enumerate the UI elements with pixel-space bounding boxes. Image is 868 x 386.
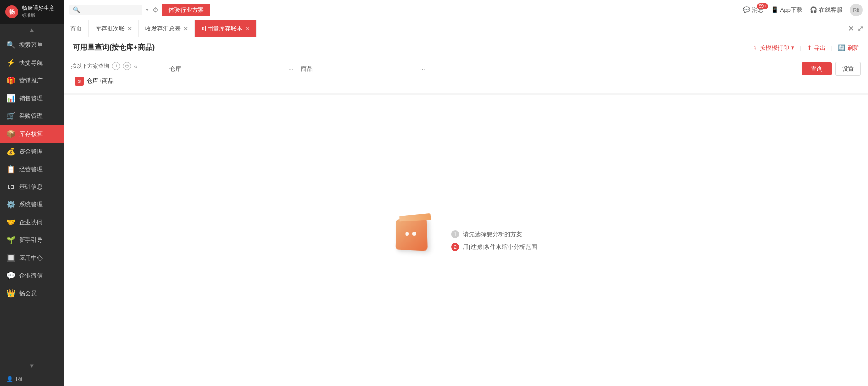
sidebar-item-inventory[interactable]: 📦 库存核算 — [0, 125, 64, 143]
user-avatar[interactable]: Rit — [850, 4, 863, 16]
filter-collapse-icon[interactable]: « — [134, 63, 137, 70]
expand-tab-button[interactable]: ⤢ — [858, 24, 863, 33]
sidebar-item-purchase[interactable]: 🛒 采购管理 — [0, 107, 64, 125]
warehouse-field-label: 仓库 — [169, 65, 181, 73]
goods-more-icon[interactable]: ··· — [420, 66, 425, 72]
print-button[interactable]: 🖨 按模板打印 ▾ — [752, 44, 794, 52]
topbar-dropdown-icon[interactable]: ▾ — [146, 6, 149, 13]
tab-summary-close[interactable]: ✕ — [183, 26, 188, 32]
phone-icon: 📱 — [771, 6, 778, 13]
tab-home[interactable]: 首页 — [64, 20, 89, 37]
brand-text: 畅康通好生意 标准版 — [22, 5, 55, 19]
topbar-search-area[interactable]: 🔍 — [69, 5, 142, 15]
filter-actions: 查询 设置 — [802, 62, 861, 76]
sidebar-item-sales[interactable]: 📊 销售管理 — [0, 89, 64, 107]
print-dropdown-icon[interactable]: ▾ — [791, 44, 794, 51]
sidebar-item-wechat[interactable]: 💬 企业微信 — [0, 267, 64, 284]
tab-available-close[interactable]: ✕ — [245, 26, 250, 32]
topbar-right: 💬 消息 99+ 📱 App下载 🎧 在线客服 Rit — [743, 4, 863, 16]
service-label: 在线客服 — [819, 6, 843, 14]
goods-field-label: 商品 — [301, 65, 313, 73]
export-button[interactable]: ⬆ 导出 — [807, 44, 826, 52]
filter-left-panel: 按以下方案查询 + ⚙ « ⊙ 仓库+商品 — [71, 62, 162, 88]
empty-step-2-text: 用[过滤]条件来缩小分析范围 — [463, 243, 537, 251]
separator1: | — [800, 44, 801, 51]
tab-batch-label: 库存批次账 — [95, 25, 125, 33]
sidebar-item-capital[interactable]: 💰 资金管理 — [0, 143, 64, 160]
empty-state-illustration — [395, 218, 440, 263]
sidebar-item-corp[interactable]: 🤝 企业协同 — [0, 213, 64, 231]
sidebar-menu: 🔍 搜索菜单 ⚡ 快捷导航 🎁 营销推广 📊 销售管理 🛒 采购管理 📦 库存核… — [0, 36, 64, 360]
sidebar-item-system[interactable]: ⚙️ 系统管理 — [0, 196, 64, 213]
sidebar-item-label: 库存核算 — [19, 130, 43, 138]
warehouse-more-icon[interactable]: ··· — [289, 66, 294, 72]
sidebar-scroll-down[interactable]: ▼ — [0, 360, 64, 372]
industry-solution-button[interactable]: 体验行业方案 — [162, 4, 210, 16]
tab-available[interactable]: 可用量库存账本 ✕ — [195, 20, 257, 37]
tab-home-label: 首页 — [70, 25, 82, 33]
filter-scheme-icon: ⊙ — [75, 77, 84, 86]
basic-icon: 🗂 — [6, 183, 15, 191]
filter-fields-row: 仓库 ··· 商品 ··· 查询 设置 — [169, 62, 861, 76]
tab-summary[interactable]: 收发存汇总表 ✕ — [139, 20, 195, 37]
wechat-icon: 💬 — [6, 271, 15, 280]
sidebar-item-operation[interactable]: 📋 经营管理 — [0, 160, 64, 178]
brand-sub-label: 标准版 — [22, 12, 55, 19]
refresh-label: 刷新 — [847, 44, 859, 52]
sidebar-item-vip[interactable]: 👑 畅会员 — [0, 284, 64, 302]
filter-area: 按以下方案查询 + ⚙ « ⊙ 仓库+商品 仓库 ··· — [64, 57, 868, 93]
sidebar: 畅 畅康通好生意 标准版 ▲ 🔍 搜索菜单 ⚡ 快捷导航 🎁 营销推广 📊 销售… — [0, 0, 64, 386]
tabs-right-actions: ✕ ⤢ — [848, 24, 868, 33]
sidebar-item-marketing[interactable]: 🎁 营销推广 — [0, 72, 64, 89]
refresh-icon: 🔄 — [838, 44, 845, 51]
sidebar-item-quick[interactable]: ⚡ 快捷导航 — [0, 54, 64, 72]
sidebar-item-label: 采购管理 — [19, 112, 43, 120]
sidebar-item-apps[interactable]: 🔲 应用中心 — [0, 249, 64, 267]
empty-state-text: 1 请先选择要分析的方案 2 用[过滤]条件来缩小分析范围 — [451, 230, 537, 251]
sidebar-item-search[interactable]: 🔍 搜索菜单 — [0, 36, 64, 54]
refresh-button[interactable]: 🔄 刷新 — [838, 44, 859, 52]
sidebar-item-label: 系统管理 — [19, 201, 43, 209]
print-label: 按模板打印 — [760, 44, 789, 52]
topbar-app-download-item[interactable]: 📱 App下载 — [771, 6, 802, 14]
filter-section-label: 按以下方案查询 — [71, 62, 109, 70]
sidebar-bottom-user[interactable]: 👤 Rit — [0, 372, 64, 386]
filter-field-goods: 商品 ··· — [301, 64, 425, 73]
robot-eye-right — [412, 232, 416, 236]
sidebar-item-label: 搜索菜单 — [19, 41, 43, 49]
user-avatar-text: Rit — [853, 7, 859, 13]
separator2: | — [831, 44, 832, 51]
filter-add-button[interactable]: + — [112, 62, 120, 70]
page-header-actions: 🖨 按模板打印 ▾ | ⬆ 导出 | 🔄 刷新 — [752, 44, 859, 52]
printer-icon: 🖨 — [752, 44, 758, 51]
empty-step-1: 1 请先选择要分析的方案 — [451, 230, 537, 238]
filter-settings-icon-btn[interactable]: ⚙ — [123, 62, 131, 70]
sidebar-item-label: 企业微信 — [19, 272, 43, 280]
filter-scheme-warehouse-goods[interactable]: ⊙ 仓库+商品 — [71, 74, 156, 88]
operation-icon: 📋 — [6, 165, 15, 174]
settings-button[interactable]: 设置 — [835, 62, 861, 76]
close-all-tabs-button[interactable]: ✕ — [848, 24, 854, 33]
sidebar-item-label: 销售管理 — [19, 94, 43, 103]
topbar-search-icon: 🔍 — [73, 6, 80, 13]
warehouse-field-input[interactable] — [185, 64, 285, 73]
goods-field-input[interactable] — [316, 64, 416, 73]
topbar-search-input[interactable] — [82, 7, 127, 13]
inventory-icon: 📦 — [6, 129, 15, 138]
sidebar-item-basic[interactable]: 🗂 基础信息 — [0, 178, 64, 196]
message-badge: 99+ — [757, 3, 768, 9]
tab-batch-close[interactable]: ✕ — [127, 26, 132, 32]
topbar-service-item[interactable]: 🎧 在线客服 — [810, 6, 843, 14]
tab-batch[interactable]: 库存批次账 ✕ — [89, 20, 139, 37]
filter-field-warehouse: 仓库 ··· — [169, 64, 294, 73]
sidebar-item-newbie[interactable]: 🌱 新手引导 — [0, 231, 64, 249]
topbar-message-item[interactable]: 💬 消息 99+ — [743, 6, 764, 14]
page-title: 可用量查询(按仓库+商品) — [73, 43, 155, 52]
topbar-gear-icon[interactable]: ⚙ — [152, 6, 158, 14]
filter-right-panel: 仓库 ··· 商品 ··· 查询 设置 — [162, 62, 861, 88]
page-header: 可用量查询(按仓库+商品) 🖨 按模板打印 ▾ | ⬆ 导出 | 🔄 刷新 — [64, 37, 868, 57]
sidebar-scroll-up[interactable]: ▲ — [0, 24, 64, 36]
app-download-label: App下载 — [780, 6, 802, 14]
sidebar-username: Rit — [16, 376, 23, 382]
query-button[interactable]: 查询 — [802, 62, 832, 75]
